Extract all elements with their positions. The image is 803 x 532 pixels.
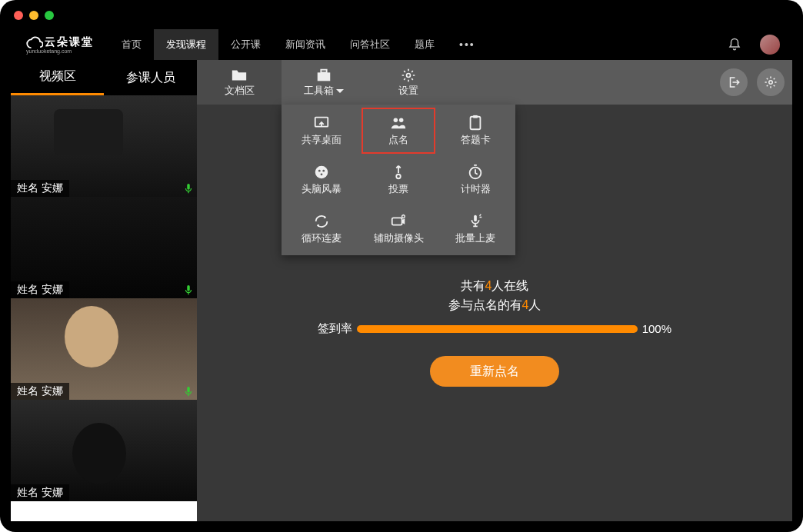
share-screen-icon bbox=[313, 115, 330, 131]
attendance-panel: 共有4人在线 参与点名的有4人 签到率 100% 重新点名 bbox=[318, 275, 671, 387]
video-list: 姓名 安娜 姓名 安娜 姓名 安娜 bbox=[11, 95, 197, 521]
nav-news[interactable]: 新闻资讯 bbox=[273, 29, 338, 60]
tool-roll-call[interactable]: 点名 bbox=[360, 106, 437, 155]
video-tile[interactable]: 姓名 安娜 bbox=[11, 197, 197, 298]
answer-card-icon bbox=[467, 115, 484, 131]
video-tile[interactable]: 姓名 安娜 bbox=[11, 400, 197, 501]
nav-more[interactable]: ••• bbox=[447, 29, 488, 60]
nav-bank[interactable]: 题库 bbox=[402, 29, 447, 60]
tab-video-area[interactable]: 视频区 bbox=[11, 60, 104, 95]
svg-point-14 bbox=[322, 170, 325, 172]
settings-label: 设置 bbox=[398, 84, 418, 98]
svg-rect-18 bbox=[392, 218, 402, 224]
tool-answer-card[interactable]: 答题卡 bbox=[437, 106, 514, 155]
svg-point-15 bbox=[321, 173, 323, 175]
tool-share-screen[interactable]: 共享桌面 bbox=[283, 106, 360, 155]
svg-point-8 bbox=[394, 118, 398, 123]
round-mic-icon bbox=[313, 213, 330, 230]
tab-roster[interactable]: 参课人员 bbox=[104, 60, 197, 95]
max-dot[interactable] bbox=[45, 11, 54, 20]
tool-round-mic[interactable]: 循环连麦 bbox=[283, 204, 360, 254]
svg-point-5 bbox=[407, 73, 411, 77]
mic-icon bbox=[183, 386, 194, 397]
tile-name: 姓名 安娜 bbox=[11, 180, 69, 197]
brainstorm-icon bbox=[313, 164, 330, 181]
logo[interactable]: 云朵课堂 yunduoketang.com bbox=[11, 29, 109, 60]
roll-call-icon bbox=[390, 115, 407, 131]
tile-name: 姓名 安娜 bbox=[11, 281, 69, 298]
avatar[interactable] bbox=[760, 35, 780, 55]
online-line: 共有4人在线 bbox=[318, 278, 671, 294]
video-tile[interactable]: 姓名 安娜 bbox=[11, 298, 197, 400]
tool-brainstorm[interactable]: 头脑风暴 bbox=[283, 155, 360, 204]
nav-public[interactable]: 公开课 bbox=[218, 29, 273, 60]
toolbox-icon bbox=[315, 68, 332, 83]
svg-rect-11 bbox=[473, 115, 478, 118]
svg-rect-1 bbox=[187, 285, 190, 291]
logo-text: 云朵课堂 bbox=[45, 35, 94, 49]
rate-row: 签到率 100% bbox=[318, 321, 671, 336]
topbar: 云朵课堂 yunduoketang.com 首页 发现课程 公开课 新闻资讯 问… bbox=[11, 29, 792, 60]
tile-name: 姓名 安娜 bbox=[11, 484, 69, 501]
folder-tab[interactable]: 文档区 bbox=[197, 60, 282, 105]
nav-discover[interactable]: 发现课程 bbox=[154, 29, 218, 60]
svg-point-6 bbox=[769, 81, 773, 85]
rate-label: 签到率 bbox=[318, 321, 352, 336]
svg-point-19 bbox=[402, 215, 405, 218]
close-dot[interactable] bbox=[14, 11, 23, 20]
mic-icon bbox=[183, 183, 194, 194]
sidebar: 视频区 参课人员 姓名 安娜 姓名 安娜 bbox=[11, 60, 197, 521]
person-placeholder bbox=[72, 423, 126, 484]
svg-point-13 bbox=[318, 170, 321, 172]
bell-icon[interactable] bbox=[728, 38, 741, 52]
nav-home[interactable]: 首页 bbox=[109, 29, 154, 60]
tool-batch-mic[interactable]: 批量上麦 bbox=[437, 204, 514, 254]
empty-slot bbox=[11, 501, 197, 521]
settings-button[interactable]: 设置 bbox=[366, 60, 451, 105]
video-tile[interactable]: 姓名 安娜 bbox=[11, 95, 197, 197]
toolbox-button[interactable]: 工具箱 bbox=[282, 60, 366, 105]
content-toolbar: 文档区 工具箱 设置 共享桌面 bbox=[197, 60, 792, 105]
tool-vote[interactable]: 投票 bbox=[360, 155, 437, 204]
vote-icon bbox=[390, 164, 407, 181]
gear-icon bbox=[400, 68, 417, 83]
person-placeholder bbox=[54, 109, 123, 155]
top-nav: 首页 发现课程 公开课 新闻资讯 问答社区 题库 ••• bbox=[109, 29, 488, 60]
svg-rect-0 bbox=[187, 184, 190, 190]
gear-icon bbox=[764, 75, 778, 89]
exit-icon bbox=[727, 75, 741, 89]
min-dot[interactable] bbox=[29, 11, 38, 20]
logo-sub: yunduoketang.com bbox=[26, 48, 72, 54]
gear-button[interactable] bbox=[757, 68, 785, 96]
svg-point-12 bbox=[315, 166, 328, 179]
tool-aux-camera[interactable]: 辅助摄像头 bbox=[360, 204, 437, 254]
cloud-icon bbox=[26, 36, 43, 48]
tile-name: 姓名 安娜 bbox=[11, 383, 69, 400]
rate-bar bbox=[357, 325, 638, 333]
timer-icon bbox=[467, 164, 484, 181]
folder-label: 文档区 bbox=[225, 84, 255, 98]
svg-point-16 bbox=[396, 175, 401, 179]
svg-rect-10 bbox=[471, 117, 481, 130]
mic-icon bbox=[183, 284, 194, 295]
retry-rollcall-button[interactable]: 重新点名 bbox=[430, 356, 559, 387]
window-controls bbox=[14, 11, 54, 20]
svg-point-9 bbox=[399, 118, 404, 123]
svg-rect-4 bbox=[321, 69, 326, 72]
toolbox-label: 工具箱 bbox=[304, 85, 334, 96]
tool-timer[interactable]: 计时器 bbox=[437, 155, 514, 204]
toolbox-popup: 共享桌面 点名 答题卡 头脑风暴 投票 计时器 循环连麦 辅助摄像头 批量上麦 bbox=[282, 105, 515, 255]
svg-rect-3 bbox=[318, 72, 331, 81]
svg-rect-2 bbox=[187, 387, 190, 393]
svg-rect-20 bbox=[474, 215, 477, 221]
aux-camera-icon bbox=[390, 213, 407, 230]
exit-button[interactable] bbox=[720, 68, 748, 96]
batch-mic-icon bbox=[467, 213, 484, 230]
nav-qa[interactable]: 问答社区 bbox=[338, 29, 402, 60]
rollcall-line: 参与点名的有4人 bbox=[318, 298, 671, 314]
folder-icon bbox=[231, 68, 248, 83]
rate-value: 100% bbox=[642, 322, 671, 335]
sidebar-tabs: 视频区 参课人员 bbox=[11, 60, 197, 95]
chevron-down-icon bbox=[336, 89, 344, 93]
content-area: 文档区 工具箱 设置 共享桌面 bbox=[197, 60, 792, 521]
